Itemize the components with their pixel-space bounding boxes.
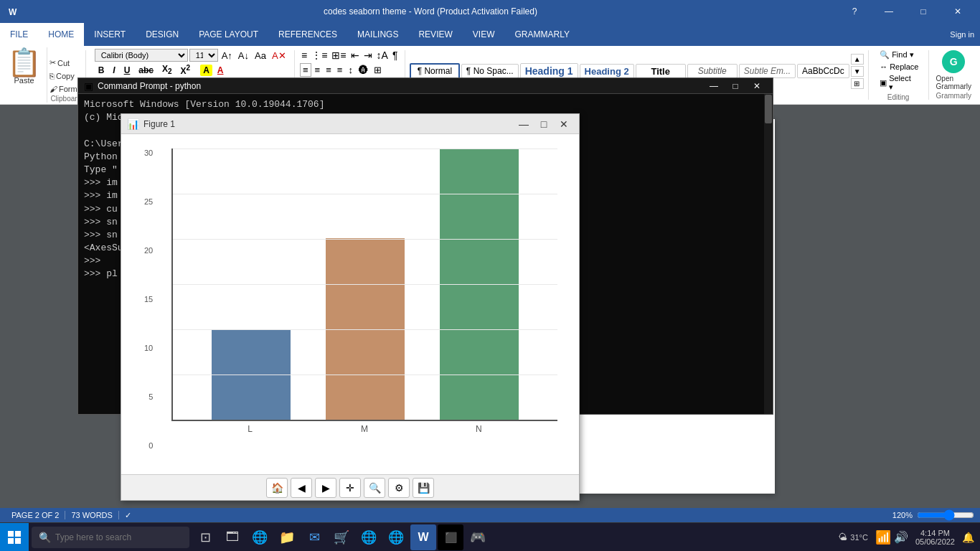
select-button[interactable]: ▣ Select ▾ <box>874 72 923 93</box>
font-color-btn[interactable]: A <box>214 65 227 76</box>
cmd-minimize-btn[interactable]: — <box>704 79 724 93</box>
style-normal[interactable]: ¶ Normal <box>410 63 460 79</box>
fig-zoom-btn[interactable]: 🔍 <box>364 478 385 498</box>
taskbar-chrome[interactable]: 🌐 <box>383 524 409 550</box>
tab-view[interactable]: VIEW <box>463 23 505 46</box>
word-minimize-btn[interactable]: — <box>872 0 905 23</box>
show-formatting-btn[interactable]: ¶ <box>391 49 400 62</box>
sign-in-link[interactable]: Sign in <box>950 23 980 46</box>
font-grow-btn[interactable]: A↑ <box>220 50 235 62</box>
word-maximize-btn[interactable]: □ <box>907 0 940 23</box>
fig-configure-btn[interactable]: ⚙ <box>388 478 410 498</box>
replace-button[interactable]: ↔ Replace <box>874 61 923 72</box>
cmd-maximize-btn[interactable]: □ <box>725 79 745 93</box>
taskbar-word-icon[interactable]: W <box>410 524 436 550</box>
underline-button[interactable]: U <box>121 65 134 76</box>
align-left-btn[interactable]: ≡ <box>300 63 311 77</box>
word-help-btn[interactable]: ? <box>838 0 871 23</box>
taskbar-game-icon[interactable]: 🎮 <box>465 524 491 550</box>
style-aabbcc[interactable]: AaBbCcDc <box>797 64 849 78</box>
highlight-btn[interactable]: A <box>200 65 212 76</box>
bold-button[interactable]: B <box>95 65 108 76</box>
style-title[interactable]: Title <box>636 64 686 79</box>
taskbar-search-input[interactable] <box>55 532 182 542</box>
cmd-controls: — □ ✕ <box>704 79 767 93</box>
subscript-button[interactable]: X2 <box>159 63 176 76</box>
taskbar-browser[interactable]: 🌐 <box>356 524 382 550</box>
style-no-space[interactable]: ¶ No Spac... <box>461 64 519 78</box>
increase-indent-btn[interactable]: ⇥ <box>362 49 374 62</box>
figure-minimize-btn[interactable]: — <box>514 116 533 133</box>
numbering-btn[interactable]: ⋮≡ <box>310 49 329 62</box>
svg-rect-2 <box>8 531 14 537</box>
taskbar-mail[interactable]: ✉ <box>301 524 327 550</box>
taskbar-volume-icon[interactable]: 🔊 <box>894 530 908 544</box>
proofing-icon[interactable]: ✓ <box>119 511 137 520</box>
taskbar-widgets[interactable]: 🗔 <box>220 524 245 550</box>
line-spacing-btn[interactable]: ↕ <box>346 64 355 76</box>
shading-btn[interactable]: 🅐 <box>357 64 370 76</box>
style-heading1[interactable]: Heading 1 <box>520 63 578 79</box>
start-button[interactable] <box>0 523 29 552</box>
taskbar-task-view[interactable]: ⊡ <box>192 524 218 550</box>
grammarly-icon-btn[interactable]: G <box>942 50 965 73</box>
style-subtle-em[interactable]: Subtle Em... <box>739 64 796 78</box>
tab-insert[interactable]: INSERT <box>84 23 136 46</box>
fig-pan-btn[interactable]: ✛ <box>339 478 361 498</box>
taskbar-notification-icon[interactable]: 🔔 <box>962 532 974 543</box>
bullets-btn[interactable]: ≡ <box>300 49 308 62</box>
decrease-indent-btn[interactable]: ⇤ <box>349 49 361 62</box>
fig-back-btn[interactable]: ◀ <box>291 478 312 498</box>
taskbar-search[interactable]: 🔍 <box>32 527 189 548</box>
taskbar-time[interactable]: 4:14 PM 05/06/2022 <box>911 529 959 546</box>
tab-file[interactable]: FILE <box>0 23 38 46</box>
style-subtitle[interactable]: Subtitle <box>687 64 738 78</box>
cmd-title: Command Prompt - python <box>98 81 704 91</box>
word-icon: W <box>6 4 20 19</box>
editing-group-label: Editing <box>874 93 923 101</box>
taskbar-edge[interactable]: 🌐 <box>247 524 273 550</box>
multilevel-btn[interactable]: ⊞≡ <box>330 49 347 62</box>
taskbar-cmd-icon[interactable]: ⬛ <box>438 524 463 550</box>
font-color-eraser-btn[interactable]: A✕ <box>270 50 288 62</box>
figure-maximize-btn[interactable]: □ <box>534 116 553 133</box>
fig-forward-btn[interactable]: ▶ <box>315 478 336 498</box>
italic-button[interactable]: I <box>109 65 118 76</box>
style-heading2[interactable]: Heading 2 <box>580 64 634 79</box>
align-right-btn[interactable]: ≡ <box>324 64 334 76</box>
superscript-button[interactable]: X2 <box>177 63 194 77</box>
cmd-close-btn[interactable]: ✕ <box>747 79 767 93</box>
paste-button[interactable]: 📋 Paste <box>7 49 44 103</box>
cmd-scrollbar[interactable] <box>764 94 773 414</box>
fig-home-btn[interactable]: 🏠 <box>266 478 288 498</box>
zoom-slider[interactable] <box>917 509 974 521</box>
tab-home[interactable]: HOME <box>38 23 84 46</box>
find-button[interactable]: 🔍 Find ▾ <box>874 49 923 61</box>
align-center-btn[interactable]: ≡ <box>313 64 323 76</box>
word-close-btn[interactable]: ✕ <box>941 0 974 23</box>
styles-scroll-up[interactable]: ▲ <box>851 54 864 65</box>
border-btn[interactable]: ⊞ <box>372 64 384 76</box>
tab-grammarly[interactable]: GRAMMARLY <box>504 23 579 46</box>
styles-more[interactable]: ⊞ <box>851 78 864 89</box>
open-grammarly-btn[interactable]: OpenGrammarly <box>936 75 971 90</box>
tab-design[interactable]: DESIGN <box>136 23 189 46</box>
styles-scroll-down[interactable]: ▼ <box>851 66 864 77</box>
tab-references[interactable]: REFERENCES <box>268 23 347 46</box>
justify-btn[interactable]: ≡ <box>335 64 345 76</box>
tab-mailings[interactable]: MAILINGS <box>347 23 408 46</box>
taskbar-explorer[interactable]: 📁 <box>274 524 300 550</box>
font-size-select[interactable]: 11 <box>189 49 218 62</box>
figure-close-btn[interactable]: ✕ <box>555 116 573 133</box>
tab-page-layout[interactable]: PAGE LAYOUT <box>189 23 268 46</box>
fig-save-btn[interactable]: 💾 <box>413 478 434 498</box>
tab-review[interactable]: REVIEW <box>408 23 462 46</box>
taskbar-store[interactable]: 🛒 <box>329 524 354 550</box>
font-shrink-btn[interactable]: A↓ <box>236 50 251 62</box>
grammarly-group-label: Grammarly <box>936 92 971 100</box>
strikethrough-button[interactable]: abc <box>135 65 157 76</box>
font-row-1: Calibri (Body) 11 A↑ A↓ Aa A✕ <box>95 49 288 62</box>
sort-btn[interactable]: ↕A <box>375 49 390 62</box>
font-family-select[interactable]: Calibri (Body) <box>95 49 188 62</box>
font-case-btn[interactable]: Aa <box>253 50 268 62</box>
